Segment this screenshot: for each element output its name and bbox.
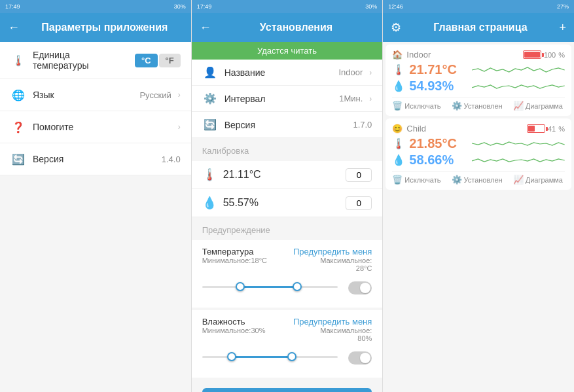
setup-list: 👤 Название Indoor › ⚙️ Интервал 1Мин. › … [192,60,383,138]
sensor-humidity-child: 💧 58.66% [392,152,565,168]
version-value: 1.4.0 [162,154,181,164]
chart-btn-indoor[interactable]: 📈 Диаграмма [513,101,563,111]
back-button-2[interactable]: ← [200,21,211,35]
exclude-btn-indoor[interactable]: 🗑️ Исключать [392,101,440,111]
humidity-slider-thumb-right[interactable] [287,352,296,361]
setup-interval[interactable]: ⚙️ Интервал 1Мин. › [192,86,383,112]
temp-value-indoor: 21.71°C [409,62,468,77]
settings-item-temperature[interactable]: 🌡️ Единица температуры °C °F [0,42,191,79]
battery-3: 27% [557,3,569,10]
child-icon: 😊 [392,124,403,134]
page-title-1: Параметры приложения [26,22,183,33]
temperature-icon: 🌡️ [10,52,26,68]
chart-icon-indoor: 📈 [513,101,524,111]
chart-label-child: Диаграмма [526,176,563,184]
temp-icon-indoor: 🌡️ [392,63,405,76]
help-icon: ❓ [10,119,26,135]
language-value: Русский [139,90,171,100]
language-icon: 🌐 [10,87,26,103]
humidity-slider-row [202,345,372,371]
interval-label: Интервал [224,94,333,104]
settings-list: 🌡️ Единица температуры °C °F 🌐 Язык Русс… [0,42,191,392]
calib-humidity-value: 55.57% [223,197,259,209]
nav-bar-1: ← Параметры приложения [0,13,191,42]
temp-chart-indoor [472,63,565,77]
calib-temp-input[interactable] [346,168,372,182]
humidity-alert-toggle[interactable] [348,351,372,365]
status-bar-2: 17:49 30% [192,0,383,13]
humidity-slider-fill [232,356,291,358]
fahrenheit-button[interactable]: °F [159,54,181,67]
warning-header: Предупреждение [192,220,383,240]
warning-humidity-label: Влажность [202,317,266,327]
humidity-icon-indoor: 💧 [392,80,405,92]
sensor-header-indoor: 🏠 Indoor 100% [392,50,565,60]
temp-value-child: 21.85°C [409,136,468,151]
page-title-2: Установления [218,22,375,33]
sensor-header-child: 😊 Child 41% [392,124,565,134]
chart-icon-child: 📈 [513,175,524,185]
warning-humidity-row: Влажность Минимальное:30% Предупредить м… [202,317,372,342]
interval-value: 1Мин. [339,94,363,103]
warning-temp-label: Температура [202,247,267,257]
warning-temp-section: Температура Минимальное:18°C Предупредит… [192,240,383,308]
panel-setup: 17:49 30% ← Установления Удастся читать … [192,0,384,392]
warning-temp-max: Максимальное:28°C [293,257,372,272]
chart-btn-child[interactable]: 📈 Диаграмма [513,175,563,185]
help-chevron: › [178,122,181,132]
exclude-btn-child[interactable]: 🗑️ Исключать [392,175,440,185]
exclude-icon-child: 🗑️ [392,175,403,185]
calib-temp-value: 21.11°C [223,169,261,181]
sensor-name-indoor: 🏠 Indoor [392,50,431,60]
name-chevron: › [369,68,372,77]
sensor-temp-child: 🌡️ 21.85°C [392,136,565,151]
settings-btn-child[interactable]: ⚙️ Установлен [452,175,503,185]
settings-item-language[interactable]: 🌐 Язык Русский › [0,79,191,111]
child-label: Child [406,124,426,134]
battery-icon-indoor [523,50,541,59]
warning-humidity-min: Минимальное:30% [202,327,266,334]
sensor-temp-indoor: 🌡️ 21.71°C [392,62,565,77]
battery-fill-child [528,126,535,132]
temp-alert-toggle[interactable] [348,281,372,294]
settings-btn-indoor[interactable]: ⚙️ Установлен [452,101,503,111]
warning-humidity-badge: Предупредить меня [293,317,372,327]
sensor-card-indoor: 🏠 Indoor 100% 🌡️ 21.71°C [386,45,571,116]
calib-temp[interactable]: 🌡️ 21.11°C [192,161,383,189]
humidity-slider-thumb-left[interactable] [227,352,236,361]
back-button-1[interactable]: ← [8,21,20,35]
setup-name[interactable]: 👤 Название Indoor › [192,60,383,86]
calib-temp-icon: 🌡️ [202,168,217,182]
language-label: Язык [33,90,133,100]
warning-temp-min: Минимальное:18°C [202,257,267,264]
warning-temp-row: Температура Минимальное:18°C Предупредит… [202,247,372,272]
sensor-card-child: 😊 Child 41% 🌡️ 21.85°C [386,118,571,190]
sensor-actions-indoor: 🗑️ Исключать ⚙️ Установлен 📈 Диаграмма [392,98,565,111]
reset-button[interactable]: Сброс [202,388,372,392]
battery-2: 30% [365,3,377,10]
temp-slider[interactable] [202,279,338,294]
settings-label-child: Установлен [464,176,503,184]
calib-humidity[interactable]: 💧 55.57% [192,189,383,217]
help-label: Помогите [33,122,171,132]
temp-slider-thumb-right[interactable] [293,282,302,291]
battery-fill-indoor [524,52,540,58]
add-button[interactable]: + [560,21,567,35]
temp-chart-child [472,137,565,151]
battery-pct-2: 30% [365,3,377,10]
indoor-icon: 🏠 [392,50,403,60]
humidity-slider[interactable] [202,349,338,365]
settings-item-help[interactable]: ❓ Помогите › [0,111,191,143]
nav-bar-2: ← Установления [192,13,383,42]
temp-slider-thumb-left[interactable] [236,282,245,291]
settings-button[interactable]: ⚙ [391,20,401,35]
sensor-humidity-indoor: 💧 54.93% [392,79,565,94]
calib-humidity-input[interactable] [346,196,372,210]
celsius-button[interactable]: °C [135,54,158,67]
temp-toggle[interactable]: °C °F [135,54,181,67]
time-2: 17:49 [197,3,212,10]
battery-pct-3: 27% [557,3,569,10]
temp-slider-row [202,275,372,301]
exclude-icon-indoor: 🗑️ [392,101,403,111]
indoor-label: Indoor [406,50,431,60]
